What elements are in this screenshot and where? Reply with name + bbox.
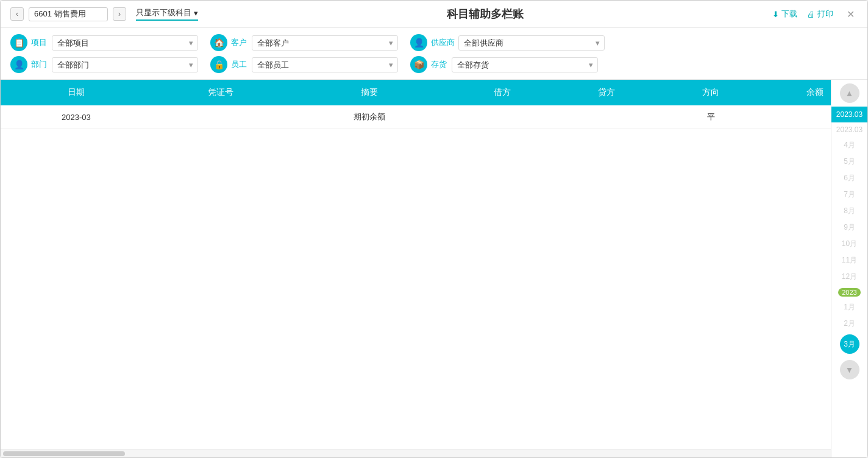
next-account-btn[interactable]: › <box>113 7 126 21</box>
employee-select[interactable]: 全部员工 <box>252 57 398 72</box>
close-btn[interactable]: ✕ <box>843 7 858 21</box>
side-item-8[interactable]: 8月 <box>831 203 867 219</box>
side-item-5[interactable]: 5月 <box>831 153 867 170</box>
side-item-4[interactable]: 4月 <box>831 137 867 153</box>
print-icon: 🖨 <box>807 10 815 19</box>
table-body: 2023-03 期初余额 平 <box>1 105 867 129</box>
filter-row-1: 📋 项目 全部项目 🏠 客户 全部客户 <box>10 34 858 51</box>
scrollbar-thumb <box>3 451 125 456</box>
dept-icon: 👤 <box>10 56 27 73</box>
page-title: 科目辅助多栏账 <box>203 7 767 21</box>
dept-select-wrapper: 全部部门 <box>52 57 198 72</box>
inventory-label: 存货 <box>431 59 448 70</box>
filter-item-supplier: 👤 供应商 全部供应商 <box>410 34 605 51</box>
col-credit: 贷方 <box>555 80 659 105</box>
side-panel: ▲ 2023.03 2023.03 4月 5月 6月 7月 8月 9月 10月 … <box>831 80 867 457</box>
main-content: 日期 凭证号 摘要 借方 贷方 方向 余额 2023-03 <box>1 80 867 457</box>
table-header-row: 日期 凭证号 摘要 借方 贷方 方向 余额 <box>1 80 867 105</box>
side-item-2023-03-active[interactable]: 2023.03 <box>831 107 867 122</box>
horizontal-scrollbar[interactable] <box>1 449 867 457</box>
customer-select-wrapper: 全部客户 <box>252 35 398 51</box>
print-label: 打印 <box>817 9 833 19</box>
supplier-label: 供应商 <box>431 37 455 48</box>
side-item-7[interactable]: 7月 <box>831 186 867 203</box>
inventory-select[interactable]: 全部存货 <box>452 57 598 72</box>
customer-icon: 🏠 <box>210 34 227 51</box>
project-icon: 📋 <box>10 34 27 51</box>
side-item-year-2023[interactable]: 2023 <box>831 285 867 299</box>
side-item-11[interactable]: 11月 <box>831 252 867 269</box>
employee-select-wrapper: 全部员工 <box>252 57 398 72</box>
cell-date: 2023-03 <box>1 105 152 129</box>
download-label: 下载 <box>781 9 797 19</box>
col-summary: 摘要 <box>289 80 450 105</box>
top-bar: ‹ › 只显示下级科目 ▾ 科目辅助多栏账 ⬇ 下载 🖨 打印 ✕ <box>1 1 867 28</box>
col-voucher: 凭证号 <box>152 80 290 105</box>
prev-account-btn[interactable]: ‹ <box>10 7 24 21</box>
side-item-12[interactable]: 12月 <box>831 269 867 285</box>
project-select-wrapper: 全部项目 <box>52 35 198 51</box>
cell-debit <box>450 105 555 129</box>
dept-select[interactable]: 全部部门 <box>52 57 198 72</box>
customer-label: 客户 <box>231 37 248 48</box>
filter-area: 📋 项目 全部项目 🏠 客户 全部客户 <box>1 28 867 80</box>
side-down-btn[interactable]: ▼ <box>840 360 859 379</box>
year-badge: 2023 <box>838 288 860 297</box>
cell-direction: 平 <box>659 105 763 129</box>
cell-summary: 期初余额 <box>289 105 450 129</box>
side-item-2[interactable]: 2月 <box>831 315 867 332</box>
month-circle-3: 3月 <box>840 334 859 354</box>
customer-select[interactable]: 全部客户 <box>252 35 398 51</box>
download-icon: ⬇ <box>772 10 779 19</box>
show-sub-label: 只显示下级科目 <box>136 7 191 18</box>
inventory-select-wrapper: 全部存货 <box>452 57 598 72</box>
filter-item-employee: 🔒 员工 全部员工 <box>210 56 398 73</box>
main-window: ‹ › 只显示下级科目 ▾ 科目辅助多栏账 ⬇ 下载 🖨 打印 ✕ 📋 项目 <box>0 0 868 458</box>
filter-item-customer: 🏠 客户 全部客户 <box>210 34 398 51</box>
cell-voucher <box>152 105 290 129</box>
side-item-2023-03[interactable]: 2023.03 <box>831 122 867 137</box>
table-row: 2023-03 期初余额 平 <box>1 105 867 129</box>
side-item-9[interactable]: 9月 <box>831 219 867 236</box>
filter-item-project: 📋 项目 全部项目 <box>10 34 198 51</box>
account-code-input[interactable] <box>29 7 108 21</box>
supplier-select[interactable]: 全部供应商 <box>458 35 605 51</box>
project-label: 项目 <box>31 37 48 48</box>
project-select[interactable]: 全部项目 <box>52 35 198 51</box>
show-sub-dropdown[interactable]: 只显示下级科目 ▾ <box>136 7 198 21</box>
col-direction: 方向 <box>659 80 763 105</box>
cell-credit <box>555 105 659 129</box>
inventory-icon: 📦 <box>410 56 427 73</box>
table-area: 日期 凭证号 摘要 借方 贷方 方向 余额 2023-03 <box>1 80 867 457</box>
top-actions: ⬇ 下载 🖨 打印 <box>772 9 833 19</box>
chevron-down-icon: ▾ <box>194 9 198 18</box>
filter-item-inventory: 📦 存货 全部存货 <box>410 56 598 73</box>
employee-icon: 🔒 <box>210 56 227 73</box>
filter-row-2: 👤 部门 全部部门 🔒 员工 全部员工 <box>10 56 858 73</box>
dept-label: 部门 <box>31 59 48 70</box>
side-item-1[interactable]: 1月 <box>831 299 867 315</box>
employee-label: 员工 <box>231 59 248 70</box>
print-btn[interactable]: 🖨 打印 <box>807 9 833 19</box>
side-item-10[interactable]: 10月 <box>831 236 867 252</box>
side-item-3-active[interactable]: 3月 <box>831 332 867 356</box>
ledger-table: 日期 凭证号 摘要 借方 贷方 方向 余额 2023-03 <box>1 80 867 129</box>
side-item-6[interactable]: 6月 <box>831 170 867 186</box>
table-container[interactable]: 日期 凭证号 摘要 借方 贷方 方向 余额 2023-03 <box>1 80 867 449</box>
download-btn[interactable]: ⬇ 下载 <box>772 9 797 19</box>
supplier-icon: 👤 <box>410 34 427 51</box>
side-up-btn[interactable]: ▲ <box>840 83 859 103</box>
col-date: 日期 <box>1 80 152 105</box>
col-debit: 借方 <box>450 80 555 105</box>
supplier-select-wrapper: 全部供应商 <box>458 35 605 51</box>
filter-item-dept: 👤 部门 全部部门 <box>10 56 198 73</box>
